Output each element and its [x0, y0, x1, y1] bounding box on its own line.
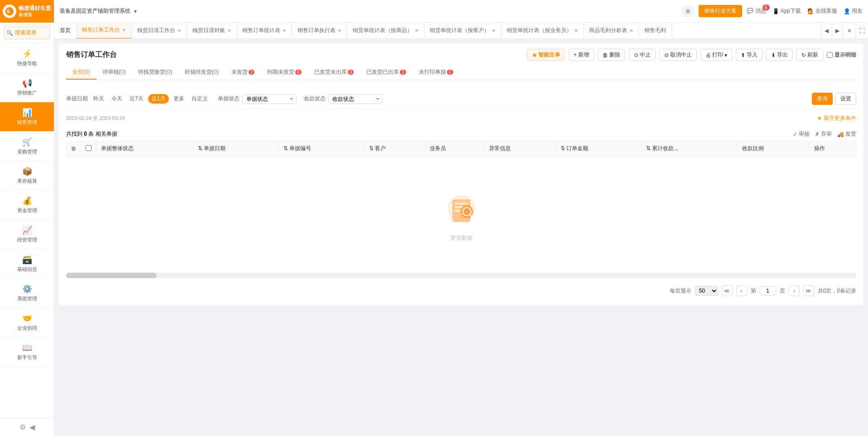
subtab-pending-inspect[interactable]: 待拣货验货(0) [132, 66, 178, 80]
col-date[interactable]: ⇅ 单据日期 [193, 141, 278, 156]
tab-close-cash-account[interactable]: ✕ [227, 28, 231, 33]
cancel-pause-button[interactable]: ⊘ 取消中止 [659, 49, 697, 61]
filter-settings-button[interactable]: 设置 [835, 93, 856, 105]
select-all-checkbox[interactable] [86, 145, 91, 151]
tab-cash-daily[interactable]: 钱货日清工作台 ✕ [132, 23, 187, 39]
date-opt-1month[interactable]: 近1月 [148, 94, 169, 104]
batch-review-button[interactable]: ✓ 审核 [793, 130, 810, 138]
show-detail-checkbox-label[interactable]: 显示明细 [827, 51, 856, 59]
tab-cash-account[interactable]: 钱货日清对账 ✕ [187, 23, 237, 39]
subtab-wangpu[interactable]: 旺铺待发货(0) [178, 66, 225, 80]
subtab-all[interactable]: 全部(0) [66, 66, 96, 80]
search-menu-button[interactable]: 🔍 搜索菜单 [4, 26, 50, 39]
column-settings-icon[interactable]: ⚙ [71, 146, 76, 152]
export-button[interactable]: ⬇ 导出 [766, 49, 793, 61]
tab-maximize-button[interactable]: ⛶ [855, 23, 868, 39]
sidebar-item-system[interactable]: ⚙️ 系统管理 [0, 279, 54, 308]
tab-close-sales-stat[interactable]: ✕ [283, 28, 286, 33]
tab-sales-exec[interactable]: 销售订单执行表 ✕ [292, 23, 347, 39]
user-menu-button[interactable]: 👤 用友 [844, 7, 863, 15]
subtab-shipped-not-stocked[interactable]: 已发货未出库0 [308, 66, 360, 80]
online-service-button[interactable]: 💁 在线客服 [807, 7, 837, 15]
batch-ship-button[interactable]: 🚚 发货 [837, 130, 856, 138]
guide-icon: 📖 [22, 343, 32, 353]
tab-sale-by-product[interactable]: 销货单统计表（按商品） ✕ [347, 23, 424, 39]
trial-button[interactable]: 体验行业方案 [699, 5, 742, 17]
tab-close-all-button[interactable]: ✕ [843, 23, 855, 39]
date-opt-yesterday[interactable]: 昨天 [91, 94, 107, 104]
tab-sales-gross[interactable]: 销售毛利 [639, 23, 672, 39]
sidebar-item-finance[interactable]: 💰 资金管理 [0, 190, 54, 220]
quick-icon: ⚡ [22, 49, 32, 59]
tab-scroll-left-button[interactable]: ◀ [821, 23, 832, 39]
col-number[interactable]: ⇅ 单据编号 [278, 141, 364, 156]
tab-sale-by-staff[interactable]: 销货单统计表（按业务员） ✕ [501, 23, 584, 39]
per-page-select[interactable]: 50 10 20 100 [695, 286, 718, 296]
first-page-button[interactable]: ≪ [722, 285, 733, 296]
tab-close-margin-analysis[interactable]: ✕ [629, 28, 633, 33]
subtab-not-printed[interactable]: 未打印单据0 [412, 66, 460, 80]
system-icon: ⚙️ [22, 284, 32, 294]
status-select[interactable]: 单据状态 [242, 94, 297, 104]
date-opt-custom[interactable]: 自定义 [189, 94, 211, 104]
app-download-button[interactable]: 📱 App下载 [772, 7, 801, 15]
sidebar-item-guide[interactable]: 📖 新手引导 [0, 337, 54, 367]
prev-page-button[interactable]: ‹ [736, 285, 747, 296]
tab-margin-analysis[interactable]: 商品毛利分析表 ✕ [584, 23, 639, 39]
tab-close-sale-by-staff[interactable]: ✕ [574, 28, 578, 33]
tab-home[interactable]: 首页 [54, 23, 77, 39]
tab-close-sales-exec[interactable]: ✕ [338, 28, 341, 33]
sidebar-item-sales[interactable]: 📊 销售管理 [0, 102, 54, 132]
subtab-pending-review[interactable]: 待审核(0) [96, 66, 132, 80]
scrollbar-track[interactable] [66, 273, 856, 278]
scrollbar-thumb[interactable] [66, 273, 157, 278]
expand-filter-button[interactable]: ▼ 展开更多条件 [817, 114, 856, 122]
operation-icon: 📈 [22, 225, 32, 235]
sidebar-item-purchase[interactable]: 🛒 采购管理 [0, 132, 54, 161]
tab-close-sale-by-product[interactable]: ✕ [415, 28, 418, 33]
col-collected[interactable]: ⇅ 累计收款... [642, 141, 738, 156]
tab-scroll-right-button[interactable]: ▶ [832, 23, 843, 39]
date-opt-more[interactable]: 更多 [171, 94, 187, 104]
collapse-button[interactable]: ◀ [29, 423, 35, 431]
tab-close-cash-daily[interactable]: ✕ [177, 28, 181, 33]
date-opt-today[interactable]: 今天 [109, 94, 125, 104]
col-amount[interactable]: ⇅ 订单金额 [556, 141, 641, 156]
subtab-not-shipped[interactable]: 未发货0 [225, 66, 261, 80]
refresh-button[interactable]: ↻ 刷新 [796, 49, 823, 61]
settings-bottom-button[interactable]: ⚙ [19, 423, 26, 431]
page-number-input[interactable] [760, 286, 776, 295]
add-button[interactable]: + 新增 [569, 49, 594, 61]
ship-icon: 🚚 [837, 131, 844, 137]
tab-close-sale-by-customer[interactable]: ✕ [492, 28, 495, 33]
col-checkbox [81, 141, 96, 156]
sidebar-item-marketing[interactable]: 📢 营销推广 [0, 73, 54, 102]
topbar-settings-button[interactable]: ⚙ [681, 5, 694, 18]
tab-sale-by-customer[interactable]: 销货单统计表（按客户） ✕ [424, 23, 501, 39]
subtab-shipped-stocked[interactable]: 已发货已出库0 [360, 66, 412, 80]
sidebar-item-quick[interactable]: ⚡ 快捷导航 [0, 43, 54, 73]
batch-cancel-review-button[interactable]: ✗ 弃审 [815, 130, 832, 138]
sidebar-item-collab[interactable]: 🤝 企业协同 [0, 308, 54, 337]
message-button[interactable]: 💬 6 消息 [747, 7, 766, 15]
delete-button[interactable]: 🗑 删除 [598, 49, 625, 61]
tab-close-sales-workbench[interactable]: ✕ [122, 28, 126, 33]
sidebar-item-basic[interactable]: 🗃️ 基础信息 [0, 249, 54, 279]
system-dropdown-button[interactable]: ▾ [134, 8, 137, 14]
tab-sales-workbench[interactable]: 销售订单工作台 ✕ [77, 23, 132, 39]
show-detail-checkbox[interactable] [827, 52, 833, 58]
sidebar-item-inventory[interactable]: 📦 库存核算 [0, 161, 54, 190]
import-button[interactable]: ⬆ 导入 [736, 49, 762, 61]
last-page-button[interactable]: ≫ [803, 285, 814, 296]
sidebar-item-operation[interactable]: 📈 经营管理 [0, 220, 54, 249]
subtab-overdue[interactable]: 到期未发货0 [261, 66, 308, 80]
next-page-button[interactable]: › [789, 285, 800, 296]
col-customer[interactable]: ⇅ 客户 [364, 141, 425, 156]
pause-button[interactable]: ⊙ 中止 [629, 49, 656, 61]
date-opt-7days[interactable]: 近7天 [127, 94, 146, 104]
payment-select[interactable]: 收款状态 [328, 94, 383, 104]
ai-generate-button[interactable]: ★ 智能生单 [527, 49, 565, 61]
query-button[interactable]: 查询 [812, 93, 833, 105]
print-button[interactable]: 🖨 打印 ▾ [700, 49, 732, 61]
tab-sales-stat[interactable]: 销售订单统计表 ✕ [237, 23, 292, 39]
